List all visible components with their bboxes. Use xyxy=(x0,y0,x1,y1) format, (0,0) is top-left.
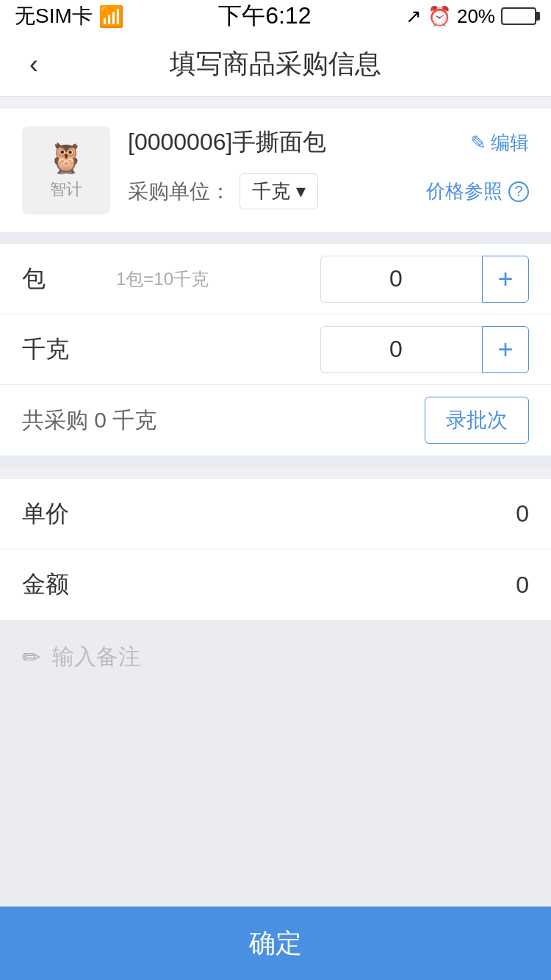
detail-section: 单价 0 金额 0 xyxy=(0,479,551,620)
unit-value: 千克 xyxy=(252,179,290,204)
back-button[interactable]: ‹ xyxy=(22,42,46,87)
alarm-icon: ⏰ xyxy=(428,5,451,28)
status-bar: 无SIM卡 📶 下午6:12 ↗ ⏰ 20% xyxy=(0,0,551,32)
edit-label: 编辑 xyxy=(491,130,529,156)
record-batch-button[interactable]: 录批次 xyxy=(425,397,529,444)
unit-price-row: 单价 0 xyxy=(0,479,551,550)
status-time: 下午6:12 xyxy=(218,0,311,32)
bag-input-row: 包 1包=10千克 + xyxy=(0,244,551,314)
confirm-button[interactable]: 确定 xyxy=(0,907,551,980)
unit-prefix: 采购单位： xyxy=(128,178,231,206)
battery-icon xyxy=(501,7,536,25)
product-thumbnail: 🦉 智计 xyxy=(22,126,110,215)
bag-input-right: + xyxy=(320,256,529,303)
status-left: 无SIM卡 📶 xyxy=(15,2,124,30)
unit-price-label: 单价 xyxy=(22,498,69,530)
unit-select[interactable]: 千克 ▾ xyxy=(240,173,318,209)
unit-dropdown-icon: ▾ xyxy=(296,180,306,203)
total-label: 共采购 0 千克 xyxy=(22,406,156,436)
bag-label: 包 xyxy=(22,263,110,295)
nav-bar: ‹ 填写商品采购信息 xyxy=(0,32,551,97)
product-info: [0000006]手撕面包 ✎ 编辑 采购单位： 千克 ▾ 价格参照 ? xyxy=(128,126,529,209)
bag-sub-label: 1包=10千克 xyxy=(116,267,209,291)
price-ref-label: 价格参照 xyxy=(426,179,503,204)
kg-input-row: 千克 + xyxy=(0,314,551,385)
kg-input-right: + xyxy=(320,326,529,373)
product-name-row: [0000006]手撕面包 ✎ 编辑 xyxy=(128,126,529,159)
status-right: ↗ ⏰ 20% xyxy=(406,5,536,28)
section-separator-2 xyxy=(0,455,551,467)
pencil-icon: ✏ xyxy=(22,644,40,670)
input-section: 包 1包=10千克 + 千克 + xyxy=(0,244,551,385)
battery-percent: 20% xyxy=(457,5,495,28)
wifi-icon: 📶 xyxy=(98,4,124,29)
bag-quantity-input[interactable] xyxy=(320,256,482,303)
unit-price-value: 0 xyxy=(516,500,529,527)
total-row: 共采购 0 千克 录批次 xyxy=(0,385,551,455)
product-thumb-owl-icon: 🦉 xyxy=(48,141,84,176)
location-icon: ↗ xyxy=(406,5,422,28)
kg-plus-button[interactable]: + xyxy=(482,326,529,373)
edit-button[interactable]: ✎ 编辑 xyxy=(470,130,529,156)
amount-label: 金额 xyxy=(22,569,69,601)
edit-icon: ✎ xyxy=(470,131,486,154)
section-separator-1 xyxy=(0,232,551,244)
confirm-label: 确定 xyxy=(249,926,302,962)
kg-label: 千克 xyxy=(22,334,110,366)
product-thumb-label: 智计 xyxy=(50,179,82,201)
page-title: 填写商品采购信息 xyxy=(170,46,381,82)
price-ref-button[interactable]: 价格参照 ? xyxy=(426,179,529,204)
product-card: 🦉 智计 [0000006]手撕面包 ✎ 编辑 采购单位： 千克 ▾ 价格参照 … xyxy=(0,109,551,232)
kg-quantity-input[interactable] xyxy=(320,326,482,373)
amount-value: 0 xyxy=(516,572,529,599)
carrier-text: 无SIM卡 xyxy=(15,2,93,30)
notes-section[interactable]: ✏ 输入备注 xyxy=(0,620,551,693)
help-icon: ? xyxy=(508,181,529,202)
product-unit-row: 采购单位： 千克 ▾ 价格参照 ? xyxy=(128,173,529,209)
product-name: [0000006]手撕面包 xyxy=(128,126,326,159)
bag-plus-button[interactable]: + xyxy=(482,256,529,303)
notes-placeholder: 输入备注 xyxy=(52,642,140,672)
amount-row: 金额 0 xyxy=(0,550,551,620)
